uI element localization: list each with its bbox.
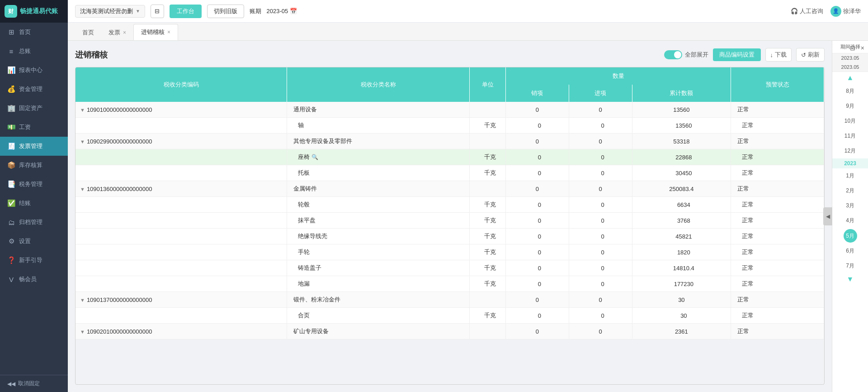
- tax-name-cell: 轮毂: [287, 197, 470, 213]
- purchase-cell: 0: [569, 118, 632, 134]
- tax-name-cell: 通用设备: [287, 102, 470, 118]
- sidebar-item-label: 报表中心: [19, 66, 42, 74]
- logo-icon: 财: [5, 5, 17, 18]
- service-button[interactable]: 🎧 人工咨询: [791, 7, 823, 15]
- status-cell: 正常: [731, 181, 824, 197]
- tab-close-icon[interactable]: ×: [123, 29, 126, 36]
- month-8[interactable]: 8月: [832, 84, 868, 99]
- nav-up[interactable]: ▲: [845, 72, 856, 84]
- sales-cell: 0: [506, 181, 569, 197]
- month-5-active[interactable]: 5月: [844, 229, 857, 243]
- col-purchase-in: 进项: [569, 85, 632, 102]
- status-cell: 正常: [731, 165, 824, 181]
- sidebar-item-invoices[interactable]: 🧾 发票管理: [0, 137, 68, 156]
- product-code-button[interactable]: 商品编码设置: [713, 48, 761, 61]
- maximize-panel-button[interactable]: ⊡: [850, 44, 855, 52]
- sidebar-item-inventory[interactable]: 📦 库存核算: [0, 156, 68, 175]
- sidebar-item-guide[interactable]: ❓ 新手引导: [0, 251, 68, 270]
- search-icon[interactable]: 🔍: [311, 154, 318, 160]
- sidebar-item-archive[interactable]: 🗂 归档管理: [0, 213, 68, 232]
- calendar-icon[interactable]: 📅: [290, 8, 297, 14]
- month-6[interactable]: 6月: [832, 244, 868, 258]
- sidebar-item-assets[interactable]: 🏢 固定资产: [0, 99, 68, 118]
- workbench-button[interactable]: 工作台: [170, 5, 202, 18]
- up-arrow-icon[interactable]: ▲: [847, 74, 854, 82]
- col-tax-code: 税收分类编码: [75, 67, 287, 102]
- tax-icon: 📑: [7, 180, 15, 188]
- sidebar-item-tax[interactable]: 📑 税务管理: [0, 175, 68, 194]
- save-button[interactable]: ⊟: [151, 5, 164, 18]
- download-button[interactable]: ↓ 下载: [765, 48, 792, 62]
- switch-version-button[interactable]: 切到旧版: [207, 5, 244, 18]
- month-11[interactable]: 11月: [832, 129, 868, 143]
- top-bar-right: 🎧 人工咨询 👤 徐泽华: [791, 6, 861, 17]
- sidebar-item-settings[interactable]: ⚙ 设置: [0, 232, 68, 251]
- download-label: 下载: [775, 51, 787, 59]
- tab-reconcile[interactable]: 进销稽核 ×: [133, 24, 178, 40]
- status-cell: 正常: [731, 118, 824, 134]
- headset-icon: 🎧: [791, 8, 798, 14]
- unit-cell: 千克: [470, 197, 506, 213]
- tab-invoice[interactable]: 发票 ×: [101, 25, 133, 40]
- purchase-cell: 0: [569, 197, 632, 213]
- month-3[interactable]: 3月: [832, 198, 868, 213]
- month-10[interactable]: 10月: [832, 114, 868, 129]
- tax-code-cell: [75, 197, 287, 213]
- user-button[interactable]: 👤 徐泽华: [830, 6, 861, 17]
- company-selector[interactable]: 沈海英测试经营勿删 ▼: [75, 5, 145, 18]
- sidebar-item-salary[interactable]: 💵 工资: [0, 118, 68, 137]
- chevron-down-icon: ▼: [136, 9, 140, 14]
- sidebar-unpin[interactable]: ◀◀ 取消固定: [0, 375, 68, 392]
- month-4[interactable]: 4月: [832, 213, 868, 228]
- user-icon: 👤: [833, 8, 839, 14]
- sales-cell: 0: [506, 197, 569, 213]
- month-9[interactable]: 9月: [832, 99, 868, 114]
- month-5-container[interactable]: 5月: [832, 228, 868, 244]
- purchase-cell: 0: [569, 244, 632, 260]
- month-2[interactable]: 2月: [832, 183, 868, 198]
- status-cell: 正常: [731, 292, 824, 308]
- logo-text: 畅捷通易代账: [20, 7, 58, 15]
- sales-cell: 0: [506, 118, 569, 134]
- unpin-icon: ◀◀: [7, 381, 15, 387]
- total-cell: 45821: [632, 229, 731, 244]
- month-12[interactable]: 12月: [832, 143, 868, 158]
- table-row: 铸造盖子 千克 0 0 14810.4 正常: [75, 260, 824, 276]
- sidebar-item-home[interactable]: ⊞ 首页: [0, 23, 68, 42]
- month-7[interactable]: 7月: [832, 258, 868, 273]
- sidebar-item-member[interactable]: V 畅会员: [0, 270, 68, 289]
- main-content: 进销稽核 全部展开 商品编码设置 ↓ 下载: [68, 41, 832, 392]
- unit-cell: 千克: [470, 244, 506, 260]
- tax-name-cell: 其他专用设备及零部件: [287, 134, 470, 149]
- guide-icon: ❓: [7, 256, 15, 264]
- total-cell: 13560: [632, 102, 731, 118]
- tax-code-cell: ▼10902010000000000000: [75, 324, 287, 339]
- sidebar-item-ledger[interactable]: ≡ 总账: [0, 42, 68, 61]
- down-arrow-icon[interactable]: ▼: [847, 275, 854, 283]
- status-cell: 正常: [731, 260, 824, 276]
- status-cell: 正常: [731, 276, 824, 292]
- sidebar-item-funds[interactable]: 💰 资金管理: [0, 80, 68, 99]
- tab-bar: 首页 发票 × 进销稽核 ×: [68, 23, 868, 41]
- download-icon: ↓: [770, 52, 774, 58]
- toggle-knob: [674, 51, 681, 58]
- tab-home[interactable]: 首页: [75, 25, 101, 40]
- col-unit: 单位: [470, 67, 506, 102]
- nav-down[interactable]: ▼: [845, 273, 856, 285]
- period-display-2: 2023.05: [832, 62, 868, 72]
- month-1[interactable]: 1月: [832, 168, 868, 183]
- unit-cell: [470, 102, 506, 118]
- table-row: 座椅 🔍 千克 0 0 22868 正常: [75, 149, 824, 165]
- salary-icon: 💵: [7, 123, 15, 131]
- panel-collapse-button[interactable]: ◀: [823, 207, 832, 225]
- page-title: 进销稽核: [75, 49, 108, 60]
- toggle-switch[interactable]: [664, 50, 682, 59]
- tab-close-icon[interactable]: ×: [167, 29, 170, 35]
- closing-icon: ✅: [7, 199, 15, 207]
- refresh-button[interactable]: ↺ 刷新: [796, 48, 825, 62]
- sidebar-item-reports[interactable]: 📊 报表中心: [0, 61, 68, 80]
- expand-icon: ▼: [80, 329, 85, 335]
- tax-name-cell: 铸造盖子: [287, 260, 470, 276]
- sidebar-item-closing[interactable]: ✅ 结账: [0, 194, 68, 213]
- close-panel-button[interactable]: ×: [861, 44, 864, 52]
